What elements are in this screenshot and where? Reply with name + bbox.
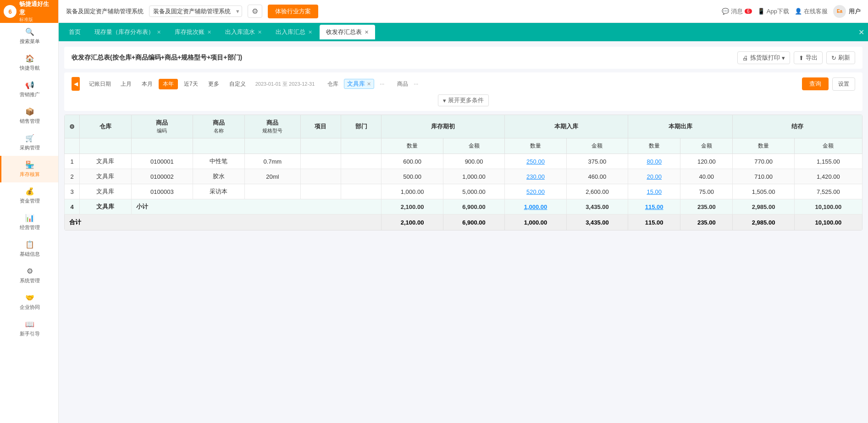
tab-batch-close[interactable]: ✕ [207, 29, 211, 35]
col-settings[interactable]: ⚙ [65, 115, 80, 138]
content: 收发存汇总表(按仓库+商品编码+商品+规格型号+项目+部门) 🖨 拣货版打印 ▾… [59, 41, 868, 423]
date-btn-this-year[interactable]: 本年 [159, 79, 178, 89]
avatar: Ea [833, 5, 846, 18]
sub-open-qty: 2,100.00 [381, 199, 443, 214]
message-btn[interactable]: 💬 消息 6 [722, 7, 752, 16]
sub-name [193, 138, 245, 154]
newbie-icon: 📖 [25, 320, 34, 329]
refresh-icon: ↻ [831, 55, 836, 61]
row-out-qty[interactable]: 20.00 [628, 169, 680, 184]
trial-btn[interactable]: 体验行业方案 [268, 5, 318, 18]
sidebar-items: 🔍 搜索菜单 🏠 快捷导航 📢 营销推广 📦 销售管理 🛒 采购管理 🏪 库存核… [0, 23, 58, 342]
tab-inventory-close[interactable]: ✕ [157, 29, 161, 35]
sub-in-qty[interactable]: 1,000.00 [505, 199, 566, 214]
user-area[interactable]: Ea 用户 [833, 5, 861, 18]
row-in-qty[interactable]: 230.00 [505, 169, 566, 184]
tab-home[interactable]: 首页 [62, 25, 87, 39]
tab-receive-summary-close[interactable]: ✕ [365, 29, 369, 35]
system-select[interactable]: 装备及固定资产辅助管理系统 [149, 5, 242, 17]
tab-area-close-btn[interactable]: ✕ [858, 28, 864, 37]
sub-open-amt: 金额 [443, 138, 504, 154]
sidebar-item-newbie[interactable]: 📖 新手引导 [0, 315, 58, 342]
filter-row-1: ◀ 记账日期 上月 本月 本年 近7天 更多 自定义 2023-01-01 至 … [72, 77, 855, 91]
sidebar-item-business[interactable]: 📊 经营管理 [0, 209, 58, 236]
row-bal-qty: 710.00 [733, 169, 794, 184]
export-btn[interactable]: ⬆ 导出 [794, 51, 823, 64]
expand-more-btn[interactable]: ▾ 展开更多条件 [438, 94, 489, 106]
warehouse-tag-close-btn[interactable]: ✕ [367, 81, 371, 87]
sidebar-item-marketing[interactable]: 📢 营销推广 [0, 76, 58, 103]
refresh-btn[interactable]: ↻ 刷新 [826, 51, 855, 64]
row-name: 中性笔 [193, 154, 245, 169]
row-in-qty[interactable]: 520.00 [505, 184, 566, 199]
subtotal-row: 4 文具库 小计 2,100.00 6,900.00 1,000.00 3,43… [65, 199, 862, 214]
product-filter-label: 商品 [397, 80, 408, 88]
tab-inout-summary-close[interactable]: ✕ [308, 29, 312, 35]
query-btn[interactable]: 查询 [802, 77, 829, 90]
row-bal-amt: 1,155.00 [794, 154, 862, 169]
marketing-icon: 📢 [25, 81, 34, 89]
total-out-amt: 235.00 [680, 214, 733, 231]
row-open-qty: 1,000.00 [381, 184, 443, 199]
date-btn-custom[interactable]: 自定义 [225, 79, 250, 89]
date-btn-this-month[interactable]: 本月 [138, 79, 157, 89]
tab-batch[interactable]: 库存批次账 ✕ [168, 25, 218, 39]
service-btn[interactable]: 👤 在线客服 [795, 7, 828, 16]
tab-inout-flow-close[interactable]: ✕ [258, 29, 262, 35]
warehouse-more-btn[interactable]: ··· [380, 81, 384, 87]
row-out-qty[interactable]: 80.00 [628, 154, 680, 169]
row-no: 1 [65, 154, 80, 169]
print-btn[interactable]: 🖨 拣货版打印 ▾ [737, 51, 790, 64]
row-no: 2 [65, 169, 80, 184]
sidebar-item-search[interactable]: 🔍 搜索菜单 [0, 23, 58, 49]
date-range-display: 2023-01-01 至 2023-12-31 [255, 81, 315, 88]
row-name: 胶水 [193, 169, 245, 184]
row-out-qty[interactable]: 15.00 [628, 184, 680, 199]
col-spec: 商品规格型号 [244, 115, 300, 138]
row-dept [341, 169, 381, 184]
row-in-qty[interactable]: 250.00 [505, 154, 566, 169]
sub-in-amt: 金额 [566, 138, 628, 154]
row-bal-amt: 1,420.00 [794, 169, 862, 184]
inventory-icon: 🏪 [25, 160, 34, 169]
row-in-amt: 375.00 [566, 154, 628, 169]
table-container: ⚙ 仓库 商品编码 商品名称 商品规格型号 项目 部门 库存期初 本期入库 本期… [64, 115, 862, 231]
sidebar-title: 畅捷通好生意 [19, 0, 55, 16]
business-icon: 📊 [25, 214, 34, 222]
filter-bar: ◀ 记账日期 上月 本月 本年 近7天 更多 自定义 2023-01-01 至 … [64, 72, 862, 111]
sidebar-item-corp[interactable]: 🤝 企业协同 [0, 289, 58, 315]
sub-bal-qty: 2,985.00 [733, 199, 794, 214]
date-btn-last-month[interactable]: 上月 [116, 79, 136, 89]
page-actions: 🖨 拣货版打印 ▾ ⬆ 导出 ↻ 刷新 [737, 51, 855, 64]
row-open-amt: 5,000.00 [443, 184, 504, 199]
tab-inventory[interactable]: 现存量（库存分布表） ✕ [88, 25, 167, 39]
col-dept: 部门 [341, 115, 381, 138]
tab-inout-flow[interactable]: 出入库流水 ✕ [219, 25, 268, 39]
product-more-btn[interactable]: ··· [414, 81, 418, 87]
sidebar-item-finance[interactable]: 💰 资金管理 [0, 182, 58, 209]
filter-setting-btn[interactable]: 设置 [832, 77, 855, 91]
sidebar-item-purchase[interactable]: 🛒 采购管理 [0, 129, 58, 156]
sub-out-qty[interactable]: 115.00 [628, 199, 680, 214]
settings-icon-btn[interactable]: ⚙ [248, 5, 262, 18]
sidebar-item-basic[interactable]: 📋 基础信息 [0, 236, 58, 262]
row-bal-qty: 770.00 [733, 154, 794, 169]
system-icon: ⚙ [27, 267, 33, 275]
tab-inout-summary[interactable]: 出入库汇总 ✕ [269, 25, 319, 39]
table-row: 2 文具库 0100002 胶水 20ml 500.00 1,000.00 23… [65, 169, 862, 184]
col-code: 商品编码 [131, 115, 193, 138]
sidebar-item-quicknav[interactable]: 🏠 快捷导航 [0, 49, 58, 76]
sidebar-item-sales[interactable]: 📦 销售管理 [0, 103, 58, 129]
row-spec [244, 184, 300, 199]
row-project [300, 184, 341, 199]
total-row: 合计 2,100.00 6,900.00 1,000.00 3,435.00 1… [65, 214, 862, 231]
collapse-arrow-btn[interactable]: ◀ [72, 77, 80, 91]
sidebar-item-system[interactable]: ⚙ 系统管理 [0, 262, 58, 289]
date-btn-more[interactable]: 更多 [204, 79, 223, 89]
tab-receive-summary[interactable]: 收发存汇总表 ✕ [320, 25, 375, 39]
sidebar-header: 6 畅捷通好生意 标准版 [0, 0, 58, 23]
app-download-btn[interactable]: 📱 App下载 [757, 7, 789, 16]
date-btn-7days[interactable]: 近7天 [180, 79, 202, 89]
sidebar-item-inventory[interactable]: 🏪 库存核算 [0, 156, 58, 182]
system-name: 装备及固定资产辅助管理系统 [66, 7, 144, 16]
